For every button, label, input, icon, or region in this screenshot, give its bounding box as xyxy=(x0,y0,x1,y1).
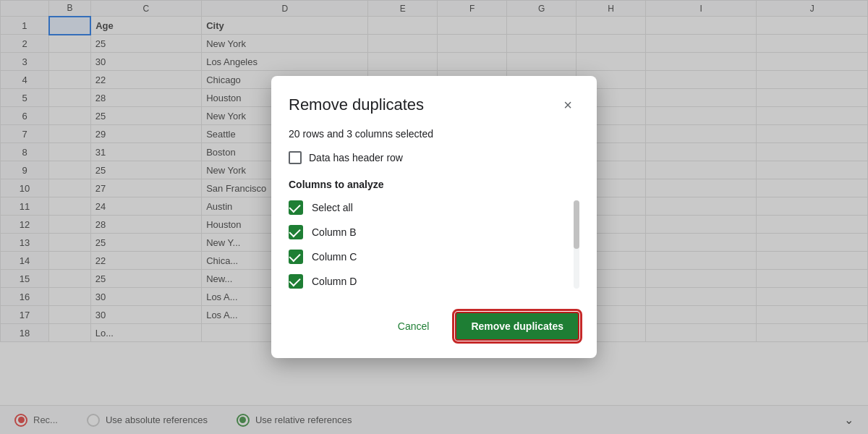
column-label-d: Column D xyxy=(312,276,357,287)
column-label-select-all: Select all xyxy=(312,202,353,213)
column-label-c: Column C xyxy=(312,251,357,263)
columns-list: Select all Column B Column C Column D xyxy=(289,200,579,289)
dialog-subtitle: 20 rows and 3 columns selected xyxy=(289,128,579,140)
close-icon: × xyxy=(563,97,572,114)
remove-duplicates-button[interactable]: Remove duplicates xyxy=(455,312,579,341)
column-item-select-all: Select all xyxy=(289,200,566,215)
checkbox-col-b[interactable] xyxy=(289,225,303,239)
columns-section-title: Columns to analyze xyxy=(289,179,579,190)
dialog-header: Remove duplicates × xyxy=(289,93,579,116)
checkbox-col-c[interactable] xyxy=(289,250,303,264)
column-item-d: Column D xyxy=(289,274,566,289)
header-checkbox-label: Data has header row xyxy=(309,152,403,163)
column-item-b: Column B xyxy=(289,225,566,239)
column-label-b: Column B xyxy=(312,226,356,238)
header-row-checkbox-row: Data has header row xyxy=(289,151,579,164)
dialog-title: Remove duplicates xyxy=(289,95,424,114)
close-button[interactable]: × xyxy=(556,93,579,116)
scrollbar-thumb xyxy=(574,200,579,249)
dialog-scrollbar[interactable] xyxy=(574,200,579,289)
cancel-button[interactable]: Cancel xyxy=(380,312,447,341)
remove-duplicates-dialog: Remove duplicates × 20 rows and 3 column… xyxy=(271,76,597,358)
dialog-footer: Cancel Remove duplicates xyxy=(289,306,579,341)
checkbox-select-all[interactable] xyxy=(289,200,303,215)
column-item-c: Column C xyxy=(289,250,566,264)
checkbox-col-d[interactable] xyxy=(289,274,303,289)
header-checkbox[interactable] xyxy=(289,151,302,164)
